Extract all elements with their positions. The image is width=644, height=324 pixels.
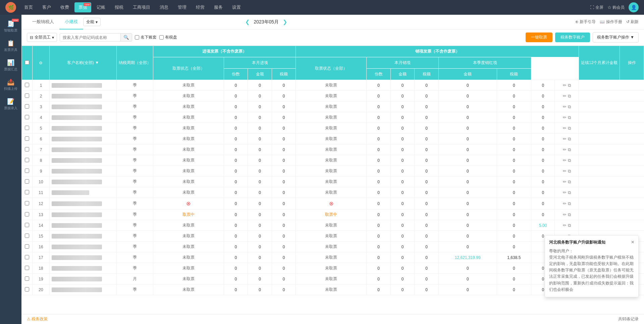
copy-icon[interactable]: ⧉ [568,115,571,120]
employee-select[interactable]: ⊟ 全部员工 ▾ [27,33,57,42]
edit-icon[interactable]: ✏ [563,212,567,217]
tab-general-taxpayer[interactable]: 一般纳税人 [27,15,59,29]
row-checkbox[interactable] [25,169,29,173]
copy-icon[interactable]: ⧉ [568,158,571,163]
digital-account-operation-btn[interactable]: 税务数字账户操作 ▼ [593,32,639,43]
copy-icon[interactable]: ⧉ [568,136,571,142]
row-client-name: ██████████████ [49,112,116,123]
row-checkbox[interactable] [25,190,29,194]
row-checkbox[interactable] [25,287,29,291]
row-checkbox[interactable] [25,136,29,141]
row-checkbox[interactable] [25,147,29,151]
row-checkbox[interactable] [25,179,29,184]
th-setting: ⚙ [33,46,50,80]
edit-icon[interactable]: ✏ [563,201,567,206]
row-checkbox[interactable] [25,201,29,205]
nav-invoice[interactable]: 票据 new [74,2,91,12]
copy-icon[interactable]: ⧉ [568,169,571,174]
nav-client[interactable]: 客户 [38,2,55,12]
ledger-filter[interactable]: 名下账套 [135,35,157,40]
tab-small-scale[interactable]: 小规模 [59,15,83,29]
copy-icon[interactable]: ⧉ [568,190,571,195]
edit-icon[interactable]: ✏ [563,223,567,228]
copy-icon[interactable]: ⧉ [568,201,571,206]
tab-all[interactable]: 全能 ▾ [83,18,101,26]
row-actions: ✏ ⧉ [555,187,579,198]
taxdisk-checkbox[interactable] [159,35,164,40]
row-in-amount: 0 [248,274,272,284]
nav-fee[interactable]: 收费 [56,2,73,12]
copy-icon[interactable]: ⧉ [568,147,571,152]
edit-icon[interactable]: ✏ [563,93,567,99]
nav-home[interactable]: 首页 [20,2,37,12]
row-checkbox[interactable] [25,115,29,119]
nav-tax[interactable]: 报税 [111,2,127,12]
edit-icon[interactable]: ✏ [563,179,567,185]
row-checkbox[interactable] [25,126,29,130]
row-checkbox[interactable] [25,83,29,87]
sidebar-item-invoice-entry[interactable]: 📝 票据录入 [0,95,21,113]
period-next-btn[interactable]: ❯ [281,17,288,26]
search-btn[interactable]: 🔍 [120,34,132,41]
row-out-amount: 0 [390,166,415,177]
nav-settings[interactable]: 设置 [228,2,245,12]
guide-link[interactable]: ⊕ 新手引导 [575,19,596,25]
digital-account-btn[interactable]: 税务数字账户 [555,33,590,42]
ledger-checkbox[interactable] [135,35,139,40]
row-checkbox[interactable] [25,104,29,109]
edit-icon[interactable]: ✏ [563,169,567,174]
th-out-status: 取票状态（全部） [296,57,367,80]
copy-icon[interactable]: ⧉ [568,179,571,185]
copy-icon[interactable]: ⧉ [568,83,571,88]
row-checkbox[interactable] [25,93,29,98]
period-prev-btn[interactable]: ❮ [244,17,251,26]
copy-icon[interactable]: ⧉ [568,212,571,217]
row-out-tax: 0 [415,274,439,284]
row-checkbox[interactable] [25,223,29,227]
nav-business[interactable]: 工商项目 [129,2,154,12]
edit-icon[interactable]: ✏ [563,136,567,142]
edit-icon[interactable]: ✏ [563,190,567,195]
edit-icon[interactable]: ✏ [563,126,567,131]
row-checkbox[interactable] [25,158,29,162]
refresh-link[interactable]: ↺ 刷新 [626,19,639,25]
row-checkbox[interactable] [25,276,29,281]
copy-icon[interactable]: ⧉ [568,104,571,110]
nav-service[interactable]: 服务 [210,2,227,12]
sidebar-item-invoice-summary[interactable]: 📊 票据汇总 [0,56,21,74]
member-btn[interactable]: ☆ 购会员 [607,5,625,10]
fullscreen-btn[interactable]: ⛶ 全屏 [590,5,603,10]
row-checkbox[interactable] [25,255,29,259]
search-input[interactable] [60,34,120,41]
nav-bookkeeping[interactable]: 记账 [93,2,109,12]
row-out-count: 0 [367,187,391,198]
edit-icon[interactable]: ✏ [563,104,567,110]
edit-icon[interactable]: ✏ [563,83,567,88]
copy-icon[interactable]: ⧉ [568,126,571,131]
row-checkbox[interactable] [25,234,29,238]
nav-manage[interactable]: 管理 [174,2,191,12]
nav-message[interactable]: 消息 [156,2,172,12]
sidebar-item-invoice-open[interactable]: 📋 发票开具 [0,37,21,55]
select-all-checkbox[interactable] [25,60,29,65]
copy-icon[interactable]: ⧉ [568,223,571,228]
edit-icon[interactable]: ✏ [563,158,567,163]
row-period: 季 [116,242,153,252]
taxdisk-filter[interactable]: 有税盘 [159,35,177,40]
user-avatar[interactable]: 👤 [629,2,639,12]
notification-close-btn[interactable]: ✕ [631,240,634,245]
toolbar-right: 一键取票 税务数字账户 税务数字账户操作 ▼ [526,32,639,43]
row-checkbox[interactable] [25,266,29,270]
tax-policy-link[interactable]: ⚠ 税务政策 [27,316,48,322]
nav-operation[interactable]: 经营 [192,2,209,12]
sidebar-item-scan-upload[interactable]: 📤 扫描上传 [0,76,21,94]
copy-icon[interactable]: ⧉ [568,93,571,99]
row-period: 季 [116,284,153,295]
row-checkbox[interactable] [25,244,29,249]
fetch-all-btn[interactable]: 一键取票 [526,33,552,42]
sidebar-item-smart-fetch[interactable]: 🧾 智能取票 new [0,17,21,36]
row-checkbox[interactable] [25,212,29,216]
manual-link[interactable]: 📖 操作手册 [600,19,622,25]
edit-icon[interactable]: ✏ [563,147,567,152]
edit-icon[interactable]: ✏ [563,115,567,120]
